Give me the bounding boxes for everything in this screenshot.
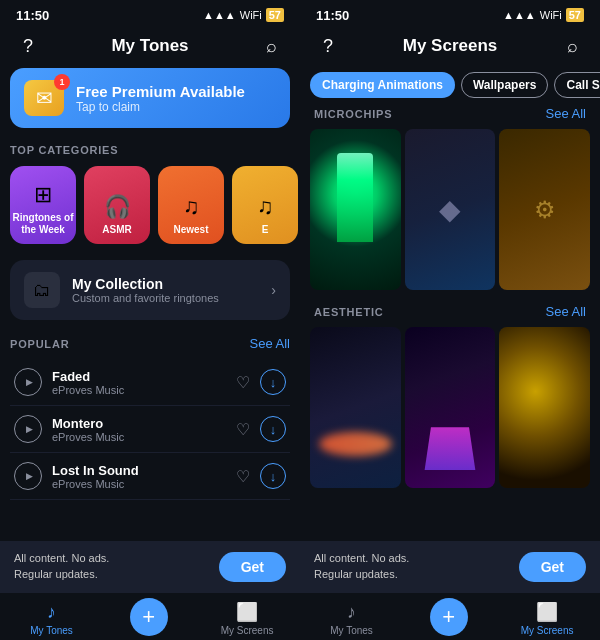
search-icon-right[interactable]: ⌕ <box>558 32 586 60</box>
status-icons-right: ▲▲▲ WiFi 57 <box>503 8 584 22</box>
tab-my-tones-left[interactable]: ♪ My Tones <box>27 602 77 636</box>
thumb-aesthetic-1[interactable] <box>310 327 401 488</box>
get-button-left[interactable]: Get <box>219 552 286 582</box>
microchips-title: MICROCHIPS <box>314 108 392 120</box>
thumb-microchips-1[interactable] <box>310 129 401 290</box>
download-icon-montero[interactable]: ↓ <box>260 416 286 442</box>
tab-bar-left: ♪ My Tones + ⬜ My Screens <box>0 592 300 640</box>
my-screens-label-left: My Screens <box>221 625 274 636</box>
category-item-newest[interactable]: ♫ Newest <box>158 166 224 244</box>
microchips-section: MICROCHIPS See All <box>310 106 590 290</box>
category-item-asmr[interactable]: 🎧 ASMR <box>84 166 150 244</box>
status-bar-right: 11:50 ▲▲▲ WiFi 57 <box>300 0 600 28</box>
my-tones-icon-left: ♪ <box>47 602 56 623</box>
wifi-icon-right: WiFi <box>540 9 562 21</box>
promo-text-left: All content. No ads. Regular updates. <box>14 551 109 582</box>
tab-my-screens-right[interactable]: ⬜ My Screens <box>521 601 574 636</box>
filter-tab-callscree[interactable]: Call Scree <box>554 72 600 98</box>
page-title-right: My Screens <box>403 36 498 56</box>
track-row-faded[interactable]: Faded eProves Music ♡ ↓ <box>10 359 290 406</box>
page-title-left: My Tones <box>111 36 188 56</box>
categories-row: ⊞ Ringtones of the Week 🎧 ASMR ♫ Newest … <box>10 166 290 244</box>
status-bar-left: 11:50 ▲▲▲ WiFi 57 <box>0 0 300 28</box>
play-btn-faded[interactable] <box>14 368 42 396</box>
left-panel: 11:50 ▲▲▲ WiFi 57 ? My Tones ⌕ 1 Free Pr… <box>0 0 300 640</box>
track-row-montero[interactable]: Montero eProves Music ♡ ↓ <box>10 406 290 453</box>
help-icon-left[interactable]: ? <box>14 32 42 60</box>
top-nav-left: ? My Tones ⌕ <box>0 28 300 68</box>
popular-see-all[interactable]: See All <box>250 336 290 351</box>
tab-bar-right: ♪ My Tones + ⬜ My Screens <box>300 592 600 640</box>
battery-badge-left: 57 <box>266 8 284 22</box>
tab-plus-left[interactable]: + <box>130 598 168 636</box>
category-item-extra[interactable]: ♫ E <box>232 166 298 244</box>
get-button-right[interactable]: Get <box>519 552 586 582</box>
premium-banner[interactable]: 1 Free Premium Available Tap to claim <box>10 68 290 128</box>
scroll-content-left: 1 Free Premium Available Tap to claim TO… <box>0 68 300 541</box>
my-screens-icon-right: ⬜ <box>536 601 558 623</box>
aesthetic-title: AESTHETIC <box>314 306 384 318</box>
microchips-see-all[interactable]: See All <box>546 106 586 121</box>
category-label-ringtones: Ringtones of the Week <box>10 212 76 236</box>
top-nav-right: ? My Screens ⌕ <box>300 28 600 68</box>
play-btn-lost[interactable] <box>14 462 42 490</box>
aesthetic-header: AESTHETIC See All <box>310 304 590 319</box>
thumb-aesthetic-3[interactable] <box>499 327 590 488</box>
aesthetic-grid <box>310 327 590 488</box>
category-icon-asmr: 🎧 <box>104 194 131 220</box>
filter-tabs: Charging Animations Wallpapers Call Scre… <box>300 68 600 106</box>
category-icon-newest: ♫ <box>183 194 200 220</box>
heart-icon-montero[interactable]: ♡ <box>236 420 250 439</box>
my-collection-row[interactable]: 🗂 My Collection Custom and favorite ring… <box>10 260 290 320</box>
collection-icon: 🗂 <box>24 272 60 308</box>
filter-tab-charging[interactable]: Charging Animations <box>310 72 455 98</box>
track-artist-montero: eProves Music <box>52 431 226 443</box>
play-btn-montero[interactable] <box>14 415 42 443</box>
thumb-aesthetic-2[interactable] <box>405 327 496 488</box>
popular-label: POPULAR <box>10 338 69 350</box>
popular-header: POPULAR See All <box>10 336 290 351</box>
track-artist-lost: eProves Music <box>52 478 226 490</box>
heart-icon-lost[interactable]: ♡ <box>236 467 250 486</box>
track-row-lost[interactable]: Lost In Sound eProves Music ♡ ↓ <box>10 453 290 500</box>
thumb-microchips-3[interactable] <box>499 129 590 290</box>
banner-subtitle: Tap to claim <box>76 100 245 114</box>
status-time-left: 11:50 <box>16 8 49 23</box>
microchips-header: MICROCHIPS See All <box>310 106 590 121</box>
category-icon-ringtones: ⊞ <box>34 182 52 208</box>
my-tones-label-left: My Tones <box>30 625 73 636</box>
status-icons-left: ▲▲▲ WiFi 57 <box>203 8 284 22</box>
category-item-ringtones[interactable]: ⊞ Ringtones of the Week <box>10 166 76 244</box>
badge-count: 1 <box>54 74 70 90</box>
aesthetic-see-all[interactable]: See All <box>546 304 586 319</box>
my-tones-label-right: My Tones <box>330 625 373 636</box>
help-icon-right[interactable]: ? <box>314 32 342 60</box>
envelope-icon: 1 <box>24 80 64 116</box>
tab-plus-right[interactable]: + <box>430 598 468 636</box>
tab-my-tones-right[interactable]: ♪ My Tones <box>327 602 377 636</box>
collection-arrow-icon: › <box>271 282 276 298</box>
thumb-microchips-2[interactable] <box>405 129 496 290</box>
banner-text: Free Premium Available Tap to claim <box>76 83 245 114</box>
signal-icon-right: ▲▲▲ <box>503 9 536 21</box>
track-artist-faded: eProves Music <box>52 384 226 396</box>
track-name-montero: Montero <box>52 416 226 431</box>
promo-text-right: All content. No ads. Regular updates. <box>314 551 409 582</box>
search-icon-left[interactable]: ⌕ <box>258 32 286 60</box>
filter-tab-wallpapers[interactable]: Wallpapers <box>461 72 549 98</box>
category-label-extra: E <box>262 224 269 236</box>
track-info-faded: Faded eProves Music <box>52 369 226 396</box>
download-icon-lost[interactable]: ↓ <box>260 463 286 489</box>
scroll-content-right: MICROCHIPS See All AESTHETIC See All <box>300 106 600 541</box>
track-actions-montero: ♡ ↓ <box>236 416 286 442</box>
tab-my-screens-left[interactable]: ⬜ My Screens <box>221 601 274 636</box>
category-label-newest: Newest <box>173 224 208 236</box>
wifi-icon: WiFi <box>240 9 262 21</box>
track-actions-lost: ♡ ↓ <box>236 463 286 489</box>
heart-icon-faded[interactable]: ♡ <box>236 373 250 392</box>
status-time-right: 11:50 <box>316 8 349 23</box>
collection-title: My Collection <box>72 276 219 292</box>
collection-subtitle: Custom and favorite ringtones <box>72 292 219 304</box>
download-icon-faded[interactable]: ↓ <box>260 369 286 395</box>
category-icon-extra: ♫ <box>257 194 274 220</box>
